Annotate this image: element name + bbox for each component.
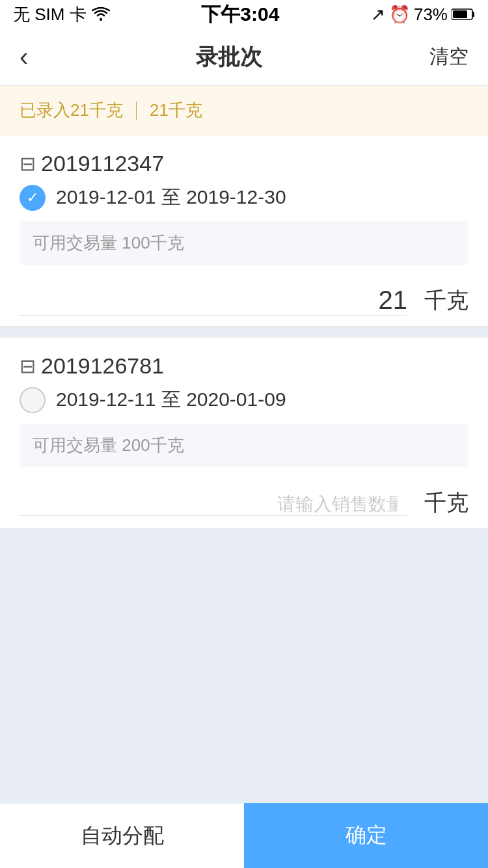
batch-id-1: 2019112347	[41, 151, 164, 176]
auto-distribute-button[interactable]: 自动分配	[0, 803, 244, 868]
svg-rect-3	[453, 10, 467, 18]
status-time: 下午3:04	[201, 1, 279, 28]
batch-date-1: 2019-12-01 至 2019-12-30	[56, 184, 286, 211]
batch-date-2: 2019-12-11 至 2020-01-09	[56, 387, 286, 413]
summary-value: 21千克	[150, 99, 202, 122]
batch-date-row-1: ✓ 2019-12-01 至 2019-12-30	[20, 184, 468, 211]
qty-underline-1: 21	[20, 286, 407, 316]
nav-bar: ‹ 录批次 清空	[0, 29, 488, 86]
available-qty-box-1: 可用交易量 100千克	[20, 221, 468, 265]
no-sim-label: 无 SIM 卡	[13, 3, 87, 26]
location-icon: ↗	[371, 5, 385, 25]
batch-item-1: ⊟ 2019112347 ✓ 2019-12-01 至 2019-12-30 可…	[0, 135, 488, 327]
batch-id-icon-1: ⊟	[20, 152, 36, 175]
batch-input-row-2: 千克	[0, 478, 488, 529]
batch-id-2: 2019126781	[41, 353, 164, 379]
qty-value-1[interactable]: 21	[379, 286, 408, 315]
status-right: ↗ ⏰ 73%	[371, 5, 475, 25]
status-bar: 无 SIM 卡 下午3:04 ↗ ⏰ 73%	[0, 0, 488, 29]
status-left: 无 SIM 卡	[13, 3, 110, 26]
svg-rect-2	[472, 12, 474, 17]
unit-label-2: 千克	[424, 488, 468, 518]
batch-header-1: ⊟ 2019112347	[20, 151, 468, 176]
wifi-icon	[92, 7, 110, 21]
summary-divider	[136, 102, 137, 120]
batch-radio-2[interactable]	[20, 387, 46, 413]
summary-label: 已录入21千克	[20, 99, 123, 122]
svg-point-0	[100, 18, 102, 21]
confirm-button[interactable]: 确定	[244, 803, 488, 868]
battery-icon	[452, 8, 475, 21]
battery-label: 73%	[414, 5, 448, 25]
batch-input-row-1: 21 千克	[0, 275, 488, 327]
bottom-area	[0, 529, 488, 828]
qty-input-2[interactable]	[277, 490, 407, 515]
bottom-buttons: 自动分配 确定	[0, 803, 488, 868]
batch-date-row-2: 2019-12-11 至 2020-01-09	[20, 387, 468, 413]
page-title: 录批次	[196, 42, 262, 72]
summary-bar: 已录入21千克 21千克	[0, 86, 488, 135]
available-qty-text-1: 可用交易量 100千克	[33, 233, 184, 252]
available-qty-text-2: 可用交易量 200千克	[33, 435, 184, 455]
batch-header-2: ⊟ 2019126781	[20, 353, 468, 379]
check-icon-1: ✓	[27, 189, 38, 206]
qty-underline-2	[20, 490, 407, 516]
batch-radio-1[interactable]: ✓	[20, 185, 46, 211]
clear-button[interactable]: 清空	[429, 44, 468, 70]
batch-id-icon-2: ⊟	[20, 355, 36, 377]
back-button[interactable]: ‹	[20, 42, 28, 72]
available-qty-box-2: 可用交易量 200千克	[20, 424, 468, 467]
batch-item-2: ⊟ 2019126781 2019-12-11 至 2020-01-09 可用交…	[0, 338, 488, 529]
batch-separator	[0, 327, 488, 338]
alarm-icon: ⏰	[389, 5, 410, 25]
unit-label-1: 千克	[424, 286, 468, 316]
